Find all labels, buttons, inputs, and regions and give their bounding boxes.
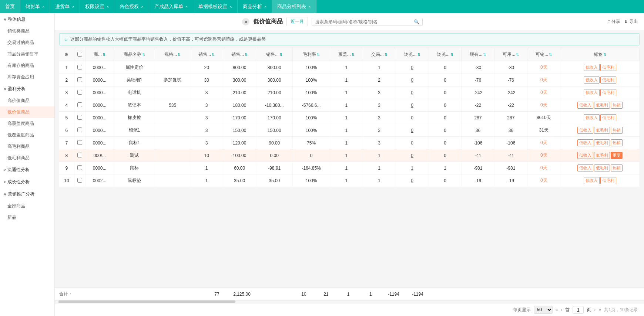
view1-link[interactable]: 0 [411, 153, 413, 158]
cell-checkbox[interactable] [74, 74, 85, 86]
sidebar-item-high-value[interactable]: 高价值商品 [0, 95, 54, 106]
prev-page-button[interactable]: ‹ [561, 307, 562, 312]
cell-view1[interactable]: 0 [396, 99, 429, 112]
cell-num: 10 [59, 174, 74, 187]
row-checkbox[interactable] [77, 90, 82, 95]
share-button[interactable]: ⤴ 分享 [608, 18, 620, 25]
search-icon[interactable]: 🔍 [414, 19, 419, 24]
nav-goods-analysis[interactable]: 商品分析 × [238, 0, 272, 13]
view1-link[interactable]: 0 [411, 65, 413, 70]
cell-checkbox[interactable] [74, 99, 85, 112]
select-all-checkbox[interactable] [77, 52, 82, 57]
bottom-scroll[interactable] [55, 300, 644, 303]
nav-sales-order[interactable]: 销货单 × [20, 0, 50, 13]
close-icon[interactable]: × [42, 4, 44, 9]
view1-link[interactable]: 0 [411, 178, 413, 183]
cell-checkbox[interactable] [74, 162, 85, 174]
view1-link[interactable]: 0 [411, 128, 413, 133]
cell-qty: 3 [190, 112, 223, 124]
sidebar-group-circulation[interactable]: > 流通性分析 [0, 164, 54, 176]
next-page-button[interactable]: › [594, 307, 596, 312]
nav-home[interactable]: 首页 [0, 0, 20, 13]
sidebar-collapse-button[interactable]: « [242, 18, 249, 26]
page-size-select[interactable]: 50 100 200 [534, 306, 553, 314]
row-checkbox[interactable] [77, 178, 82, 183]
cell-view1[interactable]: 0 [396, 112, 429, 124]
sidebar-item-sales-goods[interactable]: 销售类商品 [0, 26, 54, 37]
sidebar-item-low-value[interactable]: 低价值商品 [0, 106, 54, 118]
view1-link[interactable]: 0 [411, 103, 413, 108]
days-value: 0天 [540, 165, 547, 170]
view1-link[interactable]: 0 [411, 90, 413, 95]
row-checkbox[interactable] [77, 65, 82, 69]
row-checkbox[interactable] [77, 153, 82, 157]
last-page-button[interactable]: » [598, 307, 601, 312]
close-icon[interactable]: × [185, 4, 188, 9]
nav-purchase-order[interactable]: 进货单 × [50, 0, 80, 13]
row-checkbox[interactable] [77, 165, 82, 170]
close-icon[interactable]: × [308, 4, 311, 9]
cell-view1[interactable]: 1 [396, 162, 429, 174]
sidebar-item-new-goods[interactable]: 新品 [0, 212, 54, 223]
sidebar-group-overall[interactable]: ∨ 整体信息 [0, 13, 54, 26]
col-settings[interactable]: ⚙ [59, 48, 74, 61]
sidebar-item-stock-funds[interactable]: 库存资金占用 [0, 71, 54, 83]
nav-role-auth[interactable]: 角色授权 × [114, 0, 149, 13]
view1-link[interactable]: 0 [411, 115, 413, 120]
sidebar-item-high-coverage[interactable]: 高覆盖度商品 [0, 118, 54, 129]
cell-current: -76 [462, 74, 494, 86]
sidebar-group-marketing[interactable]: ∨ 营销推广分析 [0, 188, 54, 200]
cell-view1[interactable]: 0 [396, 74, 429, 86]
nav-template-settings[interactable]: 单据模板设置 × [193, 0, 237, 13]
view1-link[interactable]: 0 [411, 78, 413, 83]
cell-checkbox[interactable] [74, 174, 85, 187]
settings-icon[interactable]: ⚙ [64, 52, 68, 57]
cell-checkbox[interactable] [74, 149, 85, 162]
sidebar-item-high-margin[interactable]: 高毛利商品 [0, 141, 54, 152]
sidebar-item-category-sales-rate[interactable]: 商品分类销售率 [0, 48, 54, 60]
cell-view1[interactable]: 0 [396, 124, 429, 137]
nav-permission[interactable]: 权限设置 × [80, 0, 114, 13]
page-input[interactable] [573, 306, 584, 314]
sidebar-item-traded-goods[interactable]: 交易过的商品 [0, 37, 54, 48]
cell-num: 3 [59, 86, 74, 99]
row-checkbox[interactable] [77, 77, 82, 82]
tag-badge: 低收入 [577, 164, 593, 171]
sidebar-group-profit[interactable]: ∨ 盈利分析 [0, 83, 54, 95]
close-icon[interactable]: × [72, 4, 74, 9]
cell-view1[interactable]: 0 [396, 149, 429, 162]
cell-checkbox[interactable] [74, 124, 85, 137]
sidebar-item-all-goods[interactable]: 全部商品 [0, 200, 54, 212]
row-checkbox[interactable] [77, 128, 82, 132]
close-icon[interactable]: × [264, 4, 266, 9]
sidebar-group-growth[interactable]: > 成长性分析 [0, 176, 54, 188]
search-input[interactable] [315, 19, 412, 24]
cell-trade: 3 [363, 124, 396, 137]
sidebar-item-low-coverage[interactable]: 低覆盖度商品 [0, 129, 54, 141]
row-checkbox[interactable] [77, 140, 82, 145]
cell-view1[interactable]: 0 [396, 86, 429, 99]
cell-view1[interactable]: 0 [396, 137, 429, 149]
filter-button[interactable]: 近一月 [286, 17, 308, 26]
row-checkbox[interactable] [77, 102, 82, 107]
cell-checkbox[interactable] [74, 86, 85, 99]
cell-view1[interactable]: 0 [396, 174, 429, 187]
cell-view1[interactable]: 0 [396, 61, 429, 74]
cell-checkbox[interactable] [74, 112, 85, 124]
nav-goods-analysis-list[interactable]: 商品分析列表 × [272, 0, 316, 13]
cell-rate: 100% [293, 174, 330, 187]
close-icon[interactable]: × [141, 4, 143, 9]
cell-checkbox[interactable] [74, 61, 85, 74]
nav-product-stock[interactable]: 产成品入库单 × [149, 0, 193, 13]
close-icon[interactable]: × [107, 4, 109, 9]
view1-link[interactable]: 0 [411, 140, 413, 146]
export-button[interactable]: ⬇ 导出 [624, 18, 638, 25]
view1-link[interactable]: 1 [411, 166, 413, 171]
first-page-button[interactable]: « [556, 307, 558, 312]
row-checkbox[interactable] [77, 115, 82, 120]
close-icon[interactable]: × [229, 4, 232, 9]
cell-checkbox[interactable] [74, 137, 85, 149]
sidebar-item-stock-goods[interactable]: 有库存的商品 [0, 60, 54, 71]
main-layout: ∨ 整体信息 销售类商品 交易过的商品 商品分类销售率 有库存的商品 库存资金占… [0, 13, 644, 316]
sidebar-item-low-margin[interactable]: 低毛利商品 [0, 152, 54, 164]
